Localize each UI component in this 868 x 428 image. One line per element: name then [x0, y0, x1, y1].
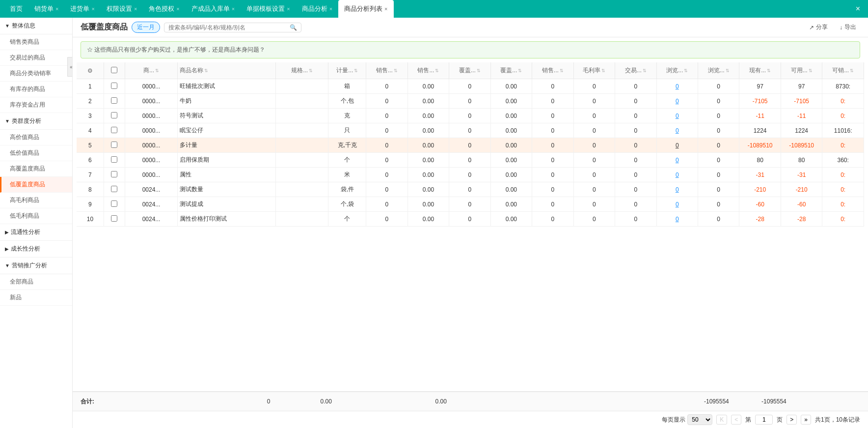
nav-tab-home[interactable]: 首页	[4, 0, 28, 18]
settings-column-header[interactable]: ⚙	[77, 62, 104, 79]
sidebar-item-high-gross[interactable]: 高毛利商品	[0, 193, 72, 208]
sellable-column-header[interactable]: 可销...⇅	[822, 62, 864, 79]
row-settings[interactable]: 4	[77, 123, 104, 138]
sidebar-item-high-coverage[interactable]: 高覆盖度商品	[0, 161, 72, 177]
row-settings[interactable]: 8	[77, 182, 104, 197]
row-browse1[interactable]: 0	[656, 94, 698, 109]
row-settings[interactable]: 2	[77, 94, 104, 109]
row-browse1[interactable]: 0	[656, 168, 698, 182]
sidebar-section-overall[interactable]: ▼ 整体信息	[0, 18, 72, 34]
sidebar-item-new-goods[interactable]: 新品	[0, 290, 72, 306]
close-icon[interactable]: ×	[176, 0, 179, 18]
page-number-input[interactable]	[755, 415, 773, 425]
browse1-column-header[interactable]: 浏览...⇅	[656, 62, 698, 79]
sidebar-item-category-rate[interactable]: 商品分类动销率	[0, 66, 72, 82]
page-size-select[interactable]: 50 20 100	[687, 414, 712, 425]
sidebar-section-marketing[interactable]: ▼ 营销推广分析	[0, 257, 72, 274]
row-browse1[interactable]: 0	[656, 79, 698, 94]
close-icon[interactable]: ×	[287, 0, 290, 18]
cover2-column-header[interactable]: 覆盖...⇅	[490, 62, 532, 79]
spec-column-header[interactable]: 规格...⇅	[275, 62, 328, 79]
row-checkbox[interactable]	[104, 197, 125, 212]
row-settings[interactable]: 7	[77, 168, 104, 182]
code-column-header[interactable]: 商...⇅	[125, 62, 178, 79]
unit-column-header[interactable]: 计量...⇅	[328, 62, 366, 79]
row-cover2: 0.00	[490, 123, 532, 138]
row-checkbox[interactable]	[104, 182, 125, 197]
export-button[interactable]: ↓ 导出	[836, 22, 860, 33]
row-browse1[interactable]: 0	[656, 138, 698, 153]
row-checkbox[interactable]	[104, 109, 125, 123]
sidebar-collapse-button[interactable]: «	[67, 57, 73, 77]
nav-tab-analysis[interactable]: 商品分析 ×	[296, 0, 338, 18]
row-sales-amt: 0.00	[407, 79, 449, 94]
close-icon[interactable]: ×	[91, 0, 94, 18]
close-icon[interactable]: ×	[232, 0, 235, 18]
row-browse1[interactable]: 0	[656, 123, 698, 138]
close-all-button[interactable]: ×	[852, 4, 864, 13]
sidebar-item-all-goods[interactable]: 全部商品	[0, 274, 72, 290]
row-checkbox[interactable]	[104, 138, 125, 153]
close-icon[interactable]: ×	[134, 0, 137, 18]
row-settings[interactable]: 1	[77, 79, 104, 94]
sidebar-item-high-value[interactable]: 高价值商品	[0, 130, 72, 145]
sidebar-section-cluster[interactable]: ▼ 类群度分析	[0, 113, 72, 130]
sidebar-item-low-value[interactable]: 低价值商品	[0, 145, 72, 161]
first-page-button[interactable]: K	[716, 415, 727, 425]
nav-tab-warehouse[interactable]: 产成品入库单 ×	[186, 0, 241, 18]
nav-tab-template[interactable]: 单据模板设置 ×	[241, 0, 296, 18]
row-browse1[interactable]: 0	[656, 153, 698, 168]
nav-tab-purchase[interactable]: 进货单 ×	[64, 0, 100, 18]
row-browse1[interactable]: 0	[656, 109, 698, 123]
row-settings[interactable]: 3	[77, 109, 104, 123]
row-settings[interactable]: 5	[77, 138, 104, 153]
sidebar-item-stock-goods[interactable]: 有库存的商品	[0, 82, 72, 97]
nav-tab-analysis-list[interactable]: 商品分析列表 ×	[338, 0, 393, 18]
row-browse1[interactable]: 0	[656, 212, 698, 227]
row-settings[interactable]: 6	[77, 153, 104, 168]
sidebar-item-low-gross[interactable]: 低毛利商品	[0, 208, 72, 224]
prev-page-button[interactable]: <	[731, 415, 741, 425]
close-icon[interactable]: ×	[55, 0, 58, 18]
search-icon[interactable]: 🔍	[290, 24, 297, 31]
next-page-button[interactable]: >	[787, 415, 797, 425]
close-icon[interactable]: ×	[384, 0, 387, 18]
footer-available-stock: -1095554	[745, 396, 803, 407]
row-settings[interactable]: 9	[77, 197, 104, 212]
nav-tab-sales[interactable]: 销货单 ×	[28, 0, 64, 18]
sidebar-item-traded-goods[interactable]: 交易过的商品	[0, 50, 72, 66]
gross-column-header[interactable]: 毛利率⇅	[573, 62, 615, 79]
row-checkbox[interactable]	[104, 153, 125, 168]
row-checkbox[interactable]	[104, 79, 125, 94]
filter-recent-month-button[interactable]: 近一月	[132, 22, 160, 33]
row-checkbox[interactable]	[104, 123, 125, 138]
sidebar-item-stock-value[interactable]: 库存资金占用	[0, 97, 72, 113]
trade-column-header[interactable]: 交易...⇅	[615, 62, 656, 79]
nav-tab-permission[interactable]: 权限设置 ×	[101, 0, 143, 18]
row-checkbox[interactable]	[104, 168, 125, 182]
share-button[interactable]: ↗ 分享	[805, 22, 832, 33]
browse2-column-header[interactable]: 浏览...⇅	[698, 62, 739, 79]
close-icon[interactable]: ×	[329, 0, 332, 18]
row-browse1[interactable]: 0	[656, 182, 698, 197]
available-stock-column-header[interactable]: 可用...⇅	[781, 62, 822, 79]
nav-tab-role[interactable]: 角色授权 ×	[143, 0, 185, 18]
row-browse1[interactable]: 0	[656, 197, 698, 212]
sidebar-item-low-coverage[interactable]: 低覆盖度商品	[0, 177, 72, 193]
select-all-checkbox[interactable]	[111, 67, 117, 73]
sidebar-section-liquidity[interactable]: ▶ 流通性分析	[0, 224, 72, 241]
name-column-header[interactable]: 商品名称⇅	[178, 62, 276, 79]
current-stock-column-header[interactable]: 现有...⇅	[739, 62, 781, 79]
search-input[interactable]	[168, 24, 288, 31]
sidebar-section-growth[interactable]: ▶ 成长性分析	[0, 241, 72, 257]
row-checkbox[interactable]	[104, 94, 125, 109]
row-sales-amt: 0.00	[407, 168, 449, 182]
last-page-button[interactable]: »	[801, 415, 811, 425]
cover1-column-header[interactable]: 覆盖...⇅	[449, 62, 490, 79]
sales3-column-header[interactable]: 销售...⇅	[532, 62, 573, 79]
row-checkbox[interactable]	[104, 212, 125, 227]
sales-qty-column-header[interactable]: 销售...⇅	[366, 62, 407, 79]
sidebar-item-sales-goods[interactable]: 销售类商品	[0, 34, 72, 50]
sales-amt-column-header[interactable]: 销售...⇅	[407, 62, 449, 79]
row-settings[interactable]: 10	[77, 212, 104, 227]
